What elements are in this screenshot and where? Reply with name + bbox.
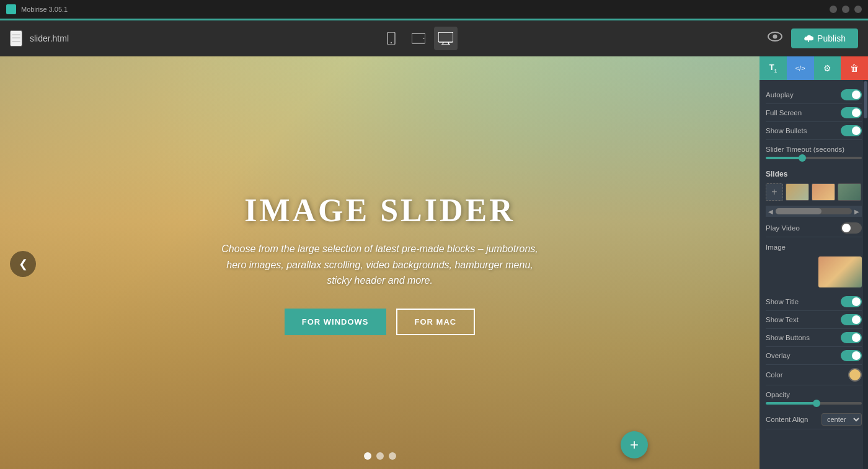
publish-button[interactable]: Publish xyxy=(791,28,858,48)
play-video-row: Play Video xyxy=(766,219,862,237)
settings-tab-icon: ⚙ xyxy=(823,63,831,73)
cloud-icon xyxy=(804,33,813,43)
opacity-track[interactable] xyxy=(766,402,862,405)
slider-dots xyxy=(364,452,396,460)
right-panel: T1 </> ⚙ 🗑 Autoplay Full Screen xyxy=(760,56,868,469)
slides-section-title: Slides xyxy=(766,165,862,181)
mac-button[interactable]: FOR MAC xyxy=(396,309,476,335)
slides-scroll-right[interactable]: ▶ xyxy=(852,206,862,217)
slide-thumb-2[interactable] xyxy=(812,183,835,201)
desktop-view-button[interactable] xyxy=(434,27,458,50)
tab-code[interactable]: </> xyxy=(787,56,814,80)
overlay-label: Overlay xyxy=(766,352,790,359)
show-text-label: Show Text xyxy=(766,316,799,323)
minimize-button[interactable] xyxy=(830,6,837,13)
svg-point-3 xyxy=(423,38,424,39)
show-bullets-label: Show Bullets xyxy=(766,127,807,134)
slider-timeout-section: Slider Timeout (seconds) xyxy=(766,140,862,165)
color-label: Color xyxy=(766,371,782,379)
text-tab-icon: T1 xyxy=(769,63,777,74)
window-controls[interactable] xyxy=(830,6,862,13)
dot-1[interactable] xyxy=(364,452,371,460)
slider-buttons: FOR WINDOWS FOR MAC xyxy=(219,309,541,335)
tab-text[interactable]: T1 xyxy=(760,56,787,80)
opacity-label: Opacity xyxy=(766,391,790,398)
fullscreen-label: Full Screen xyxy=(766,109,802,116)
autoplay-label: Autoplay xyxy=(766,91,794,99)
content-align-row: Content Align left center right xyxy=(766,410,862,429)
publish-label: Publish xyxy=(817,33,846,43)
panel-scrollbar[interactable] xyxy=(863,80,868,469)
tab-settings[interactable]: ⚙ xyxy=(814,56,841,80)
panel-scroll-thumb xyxy=(864,81,867,118)
slider-timeout-thumb xyxy=(799,154,806,162)
image-section: Image xyxy=(766,237,862,293)
show-text-row: Show Text xyxy=(766,311,862,329)
preview-button[interactable] xyxy=(768,31,782,45)
dot-3[interactable] xyxy=(389,452,396,460)
toolbar-right: Publish xyxy=(768,28,858,48)
panel-settings-content: Autoplay Full Screen Show Bullets Slider… xyxy=(760,80,868,469)
content-align-select[interactable]: left center right xyxy=(822,413,862,426)
panel-tabs: T1 </> ⚙ 🗑 xyxy=(760,56,868,80)
image-preview[interactable] xyxy=(818,256,862,287)
show-title-toggle[interactable] xyxy=(841,296,862,307)
add-slide-button[interactable]: + xyxy=(766,183,783,201)
opacity-thumb xyxy=(813,400,820,407)
delete-tab-icon: 🗑 xyxy=(850,63,859,73)
play-video-label: Play Video xyxy=(766,224,800,232)
show-title-row: Show Title xyxy=(766,293,862,311)
color-swatch[interactable] xyxy=(848,368,862,382)
image-label: Image xyxy=(766,243,786,251)
color-row: Color xyxy=(766,365,862,385)
slider-hero: ❮ IMAGE SLIDER Choose from the large sel… xyxy=(0,56,760,469)
autoplay-toggle[interactable] xyxy=(841,89,862,100)
titlebar-left: Mobirise 3.05.1 xyxy=(6,4,68,14)
add-block-button[interactable]: + xyxy=(621,431,648,458)
slide-thumb-1[interactable] xyxy=(786,183,809,201)
eye-icon xyxy=(768,31,782,42)
main-area: ❮ IMAGE SLIDER Choose from the large sel… xyxy=(0,56,868,469)
slider-title: IMAGE SLIDER xyxy=(219,192,541,229)
close-button[interactable] xyxy=(854,6,862,13)
toolbar-left: ☰ slider.html xyxy=(10,30,69,46)
show-bullets-toggle[interactable] xyxy=(841,125,862,136)
play-video-toggle[interactable] xyxy=(841,222,862,234)
show-buttons-toggle[interactable] xyxy=(841,332,862,343)
desktop-icon xyxy=(438,32,453,45)
mobile-view-button[interactable] xyxy=(379,27,403,50)
opacity-section: Opacity xyxy=(766,385,862,410)
tablet-view-button[interactable] xyxy=(407,27,430,50)
tab-delete[interactable]: 🗑 xyxy=(841,56,868,80)
slides-scroll-left[interactable]: ◀ xyxy=(766,206,776,217)
svg-rect-4 xyxy=(438,32,453,42)
show-text-toggle[interactable] xyxy=(841,314,862,325)
slides-scroll-handle xyxy=(776,208,822,214)
slides-scroll-bar xyxy=(776,208,852,214)
slides-scrollbar[interactable]: ◀ ▶ xyxy=(766,206,862,217)
maximize-button[interactable] xyxy=(842,6,849,13)
titlebar: Mobirise 3.05.1 xyxy=(0,0,868,19)
show-bullets-row: Show Bullets xyxy=(766,122,862,140)
slide-thumb-3[interactable] xyxy=(838,183,861,201)
slides-thumbnails: + xyxy=(766,181,862,203)
fullscreen-toggle[interactable] xyxy=(841,107,862,118)
tablet-icon xyxy=(412,33,425,44)
show-buttons-label: Show Buttons xyxy=(766,334,810,341)
slider-timeout-track[interactable] xyxy=(766,157,862,159)
overlay-toggle[interactable] xyxy=(841,350,862,361)
prev-slide-button[interactable]: ❮ xyxy=(10,251,36,277)
image-row: Image xyxy=(766,240,862,254)
app-logo xyxy=(6,4,16,14)
fullscreen-row: Full Screen xyxy=(766,104,862,122)
windows-button[interactable]: FOR WINDOWS xyxy=(285,309,386,335)
show-title-label: Show Title xyxy=(766,298,799,305)
show-buttons-row: Show Buttons xyxy=(766,329,862,347)
app-title: Mobirise 3.05.1 xyxy=(21,6,68,13)
overlay-row: Overlay xyxy=(766,347,862,365)
mobile-icon xyxy=(386,32,397,45)
menu-button[interactable]: ☰ xyxy=(10,30,22,46)
svg-point-1 xyxy=(390,42,391,43)
dot-2[interactable] xyxy=(376,452,384,460)
slider-timeout-label: Slider Timeout (seconds) xyxy=(766,146,844,153)
